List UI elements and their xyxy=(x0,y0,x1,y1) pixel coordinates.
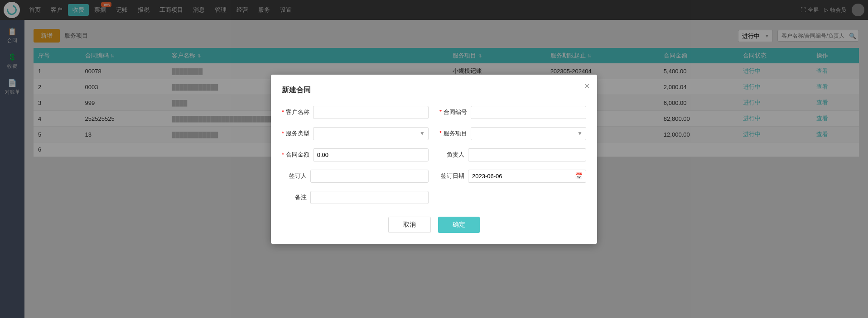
select-service-item[interactable] xyxy=(471,127,586,140)
field-contract-amount: 合同金额 xyxy=(282,148,429,161)
dialog-close-button[interactable]: ✕ xyxy=(584,82,590,90)
form-row-3: 合同金额 负责人 xyxy=(282,148,586,161)
field-responsible: 负责人 xyxy=(439,148,586,161)
input-customer-name[interactable] xyxy=(313,106,429,119)
label-notes: 备注 xyxy=(282,193,307,201)
cancel-button[interactable]: 取消 xyxy=(388,217,431,233)
input-sign-date[interactable] xyxy=(468,170,586,183)
field-customer-name: 客户名称 xyxy=(282,106,429,119)
input-notes[interactable] xyxy=(310,191,429,204)
field-service-item: 服务项目 ▼ xyxy=(439,127,586,140)
field-contract-no: 合同编号 xyxy=(439,106,586,119)
label-responsible: 负责人 xyxy=(439,151,464,159)
label-service-item: 服务项目 xyxy=(439,129,467,138)
dialog-footer: 取消 确定 xyxy=(282,217,586,233)
form-row-4: 签订人 签订日期 📅 xyxy=(282,170,586,183)
confirm-button[interactable]: 确定 xyxy=(438,217,480,233)
new-contract-dialog: ✕ 新建合同 客户名称 合同编号 服务类型 ▼ xyxy=(271,75,597,244)
form-row-1: 客户名称 合同编号 xyxy=(282,106,586,119)
label-contract-amount: 合同金额 xyxy=(282,151,309,159)
field-notes: 备注 xyxy=(282,191,429,204)
input-contract-no[interactable] xyxy=(471,106,586,119)
calendar-icon[interactable]: 📅 xyxy=(575,172,583,180)
field-service-type: 服务类型 ▼ xyxy=(282,127,429,140)
select-service-type[interactable] xyxy=(313,127,429,140)
label-signer: 签订人 xyxy=(282,172,307,180)
form-row-5: 备注 xyxy=(282,191,586,204)
service-item-wrap: ▼ xyxy=(471,127,586,140)
input-contract-amount[interactable] xyxy=(313,148,429,161)
label-service-type: 服务类型 xyxy=(282,129,309,138)
form-row-2: 服务类型 ▼ 服务项目 ▼ xyxy=(282,127,586,140)
input-responsible[interactable] xyxy=(468,148,586,161)
label-sign-date: 签订日期 xyxy=(439,172,464,180)
dialog-overlay: ✕ 新建合同 客户名称 合同编号 服务类型 ▼ xyxy=(0,0,868,318)
input-signer[interactable] xyxy=(310,170,429,183)
label-customer-name: 客户名称 xyxy=(282,108,309,116)
label-contract-no: 合同编号 xyxy=(439,108,467,116)
field-sign-date: 签订日期 📅 xyxy=(439,170,586,183)
field-signer: 签订人 xyxy=(282,170,429,183)
sign-date-field: 📅 xyxy=(468,170,586,183)
service-type-wrap: ▼ xyxy=(313,127,429,140)
dialog-title: 新建合同 xyxy=(282,85,586,95)
